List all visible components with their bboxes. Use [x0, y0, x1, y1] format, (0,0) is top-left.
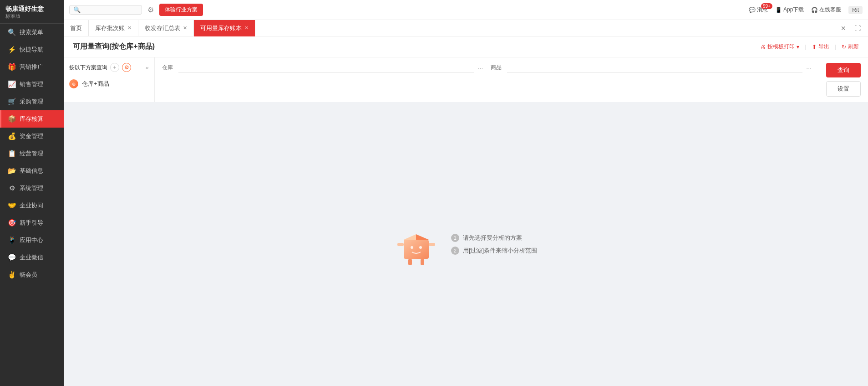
settings-button[interactable]: 设置 [826, 81, 861, 97]
add-scheme-button[interactable]: + [110, 63, 119, 72]
schemes-title: 按以下方案查询 [69, 64, 107, 72]
tab-label: 收发存汇总表 [145, 24, 180, 32]
print-label: 按模板打印 [767, 43, 795, 51]
goods-input[interactable] [507, 63, 803, 72]
sidebar-item-label: 库存核算 [20, 115, 43, 123]
query-button[interactable]: 查询 [826, 63, 861, 77]
tab-close-available[interactable]: ✕ [244, 25, 249, 31]
tab-available[interactable]: 可用量库存账本✕ [194, 20, 255, 36]
experience-button[interactable]: 体验行业方案 [159, 4, 203, 16]
query-area: 按以下方案查询 + ⚙ « ⊕ 仓库+商品 仓库 ··· 商品 [64, 57, 868, 102]
sidebar-item-sales[interactable]: 📈销售管理 [0, 76, 64, 93]
main-content: 🔍 ⚙ 体验行业方案 💬 消息 99+ 📱 App下载 🎧 在线客服 Rit [64, 0, 868, 386]
sidebar-item-label: 销售管理 [20, 80, 43, 88]
svg-rect-8 [429, 243, 435, 246]
app-label: App下载 [783, 6, 804, 14]
sidebar-item-label: 企业协同 [20, 201, 43, 210]
sidebar-item-quicknav[interactable]: ⚡快捷导航 [0, 41, 64, 58]
enterprise-icon: 🤝 [8, 201, 16, 210]
export-button[interactable]: ⬆ 导出 [812, 43, 829, 51]
warehouse-more-icon[interactable]: ··· [478, 64, 483, 72]
gear-icon[interactable]: ⚙ [146, 5, 156, 14]
sidebar-item-purchase[interactable]: 🛒采购管理 [0, 93, 64, 110]
tab-close-batch[interactable]: ✕ [127, 25, 132, 31]
sidebar-item-vip[interactable]: ✌畅会员 [0, 266, 64, 283]
service-label: 在线客服 [819, 6, 841, 14]
sidebar-item-wecom[interactable]: 💬企业微信 [0, 249, 64, 266]
content-area: 可用量查询(按仓库+商品) 🖨 按模板打印 ▾ | ⬆ 导出 | ↻ 刷新 [64, 36, 868, 386]
print-chevron-icon: ▾ [797, 44, 799, 50]
tabs-actions: ✕ ⛶ [833, 24, 868, 33]
tab-close-summary[interactable]: ✕ [183, 25, 187, 31]
wecom-icon: 💬 [8, 253, 16, 262]
empty-tips: 1 请先选择要分析的方案 2 用[过滤]条件来缩小分析范围 [451, 234, 537, 255]
topbar-search-box[interactable]: 🔍 [69, 5, 142, 15]
sidebar-item-label: 应用中心 [20, 236, 43, 244]
export-icon: ⬆ [812, 44, 817, 50]
goods-more-icon[interactable]: ··· [806, 64, 812, 72]
svg-marker-2 [416, 234, 429, 240]
basic-icon: 📂 [8, 167, 16, 175]
page-actions: 🖨 按模板打印 ▾ | ⬆ 导出 | ↻ 刷新 [760, 43, 859, 51]
edit-scheme-button[interactable]: ⚙ [122, 63, 131, 72]
sidebar-item-enterprise[interactable]: 🤝企业协同 [0, 197, 64, 214]
sidebar-item-label: 畅会员 [20, 271, 37, 279]
sidebar-item-guide[interactable]: 🎯新手引导 [0, 214, 64, 232]
query-schemes-panel: 按以下方案查询 + ⚙ « ⊕ 仓库+商品 [64, 57, 155, 102]
tab-label: 首页 [70, 24, 82, 32]
guide-icon: 🎯 [8, 219, 16, 227]
sidebar-item-operations[interactable]: 📋经营管理 [0, 145, 64, 162]
system-icon: ⚙ [8, 184, 16, 192]
sidebar-item-label: 搜索菜单 [20, 28, 43, 36]
sidebar-item-inventory[interactable]: 📦库存核算 [0, 110, 64, 128]
export-label: 导出 [818, 43, 829, 51]
operations-icon: 📋 [8, 149, 16, 158]
topbar-right: 💬 消息 99+ 📱 App下载 🎧 在线客服 Rit [749, 6, 863, 14]
tab-expand-icon[interactable]: ⛶ [852, 24, 863, 33]
sidebar-item-apps[interactable]: 📱应用中心 [0, 232, 64, 249]
sidebar-item-label: 资金管理 [20, 132, 43, 140]
page-title: 可用量查询(按仓库+商品) [73, 42, 155, 51]
empty-tip-1: 1 请先选择要分析的方案 [451, 234, 537, 242]
sidebar-item-search[interactable]: 🔍搜索菜单 [0, 24, 64, 41]
search-icon: 🔍 [73, 6, 81, 13]
svg-marker-1 [404, 234, 416, 240]
sidebar-scroll: 🔍搜索菜单⚡快捷导航🎁营销推广📈销售管理🛒采购管理📦库存核算💰资金管理📋经营管理… [0, 24, 64, 386]
tab-summary[interactable]: 收发存汇总表✕ [138, 20, 194, 36]
topbar-msg[interactable]: 💬 消息 99+ [749, 6, 768, 14]
scheme-item-warehouse-goods[interactable]: ⊕ 仓库+商品 [64, 76, 154, 92]
goods-label: 商品 [491, 64, 503, 72]
query-schemes-header: 按以下方案查询 + ⚙ « [64, 63, 154, 76]
sidebar-item-label: 营销推广 [20, 63, 43, 71]
finance-icon: 💰 [8, 132, 16, 140]
svg-rect-0 [404, 240, 429, 259]
sidebar-item-basic[interactable]: 📂基础信息 [0, 162, 64, 180]
warehouse-input[interactable] [178, 63, 474, 72]
sales-icon: 📈 [8, 80, 16, 88]
inventory-icon: 📦 [8, 115, 16, 123]
sidebar-item-system[interactable]: ⚙系统管理 [0, 180, 64, 197]
goods-field: 商品 ··· [491, 63, 812, 72]
sidebar-item-marketing[interactable]: 🎁营销推广 [0, 58, 64, 76]
refresh-button[interactable]: ↻ 刷新 [842, 43, 859, 51]
sidebar-logo-sub: 标准版 [5, 13, 58, 20]
svg-point-3 [411, 246, 413, 249]
tab-batch[interactable]: 库存批次账✕ [89, 20, 138, 36]
sidebar-item-finance[interactable]: 💰资金管理 [0, 128, 64, 145]
tab-home[interactable]: 首页 [64, 20, 89, 36]
app-icon: 📱 [775, 7, 782, 13]
topbar-service[interactable]: 🎧 在线客服 [811, 6, 841, 14]
empty-illustration [395, 221, 440, 267]
collapse-schemes-icon[interactable]: « [146, 64, 149, 71]
tab-close-all-icon[interactable]: ✕ [838, 24, 849, 33]
topbar-app-download[interactable]: 📱 App下载 [775, 6, 804, 14]
svg-point-4 [419, 246, 422, 249]
print-template-button[interactable]: 🖨 按模板打印 ▾ [760, 43, 799, 51]
svg-rect-6 [421, 259, 424, 265]
sidebar-item-label: 采购管理 [20, 98, 43, 106]
svg-rect-5 [408, 259, 412, 265]
topbar: 🔍 ⚙ 体验行业方案 💬 消息 99+ 📱 App下载 🎧 在线客服 Rit [64, 0, 868, 20]
query-fields: 仓库 ··· 商品 ··· [155, 57, 819, 102]
topbar-user[interactable]: Rit [848, 6, 863, 14]
topbar-search-input[interactable] [82, 7, 137, 13]
